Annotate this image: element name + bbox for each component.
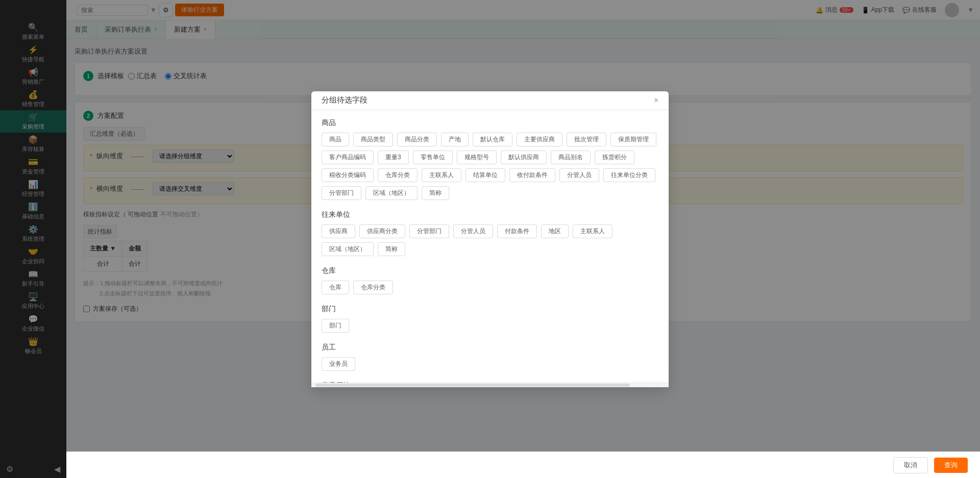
field-tag-goods-type[interactable]: 商品类型: [353, 133, 393, 146]
field-section-dept-title: 部门: [322, 305, 658, 314]
field-tag-main-contact2[interactable]: 主联系人: [573, 224, 612, 238]
field-tag-area[interactable]: 地区: [541, 224, 569, 238]
field-tag-region1[interactable]: 区域（地区）: [365, 186, 418, 200]
field-tag-default-warehouse[interactable]: 默认仓库: [473, 133, 512, 146]
field-tag-warehouse[interactable]: 仓库: [322, 281, 349, 294]
field-select-modal: 分组待选字段 × 商品 商品 商品类型 商品分类 产地 默认仓库 主要供应商 批…: [311, 91, 669, 387]
field-tag-payment-cond[interactable]: 付款条件: [497, 224, 537, 238]
field-tag-supplier-category[interactable]: 供应商分类: [359, 224, 405, 238]
field-section-partner-title: 往来单位: [322, 210, 658, 219]
field-section-warehouse: 仓库 仓库 仓库分类: [322, 266, 658, 294]
field-tags-partner: 供应商 供应商分类 分管部门 分管人员 付款条件 地区 主联系人 区域（地区） …: [322, 224, 658, 256]
field-tag-salesperson[interactable]: 业务员: [322, 357, 355, 371]
field-tag-dept[interactable]: 部门: [322, 319, 349, 333]
field-tags-employee: 业务员: [322, 357, 658, 371]
field-tags-goods: 商品 商品类型 商品分类 产地 默认仓库 主要供应商 批次管理 保质期管理 客户…: [322, 133, 658, 200]
field-tags-warehouse: 仓库 仓库分类: [322, 281, 658, 294]
field-tag-dept-mgmt[interactable]: 分管部门: [322, 186, 361, 200]
field-tag-shelf-life[interactable]: 保质期管理: [610, 133, 656, 146]
field-tag-warehouse-category[interactable]: 仓库分类: [378, 168, 418, 182]
field-tag-supplier[interactable]: 供应商: [322, 224, 355, 238]
field-tag-weight3[interactable]: 重量3: [378, 150, 409, 164]
field-tag-batch-mgmt[interactable]: 批次管理: [567, 133, 606, 146]
field-tag-manager2[interactable]: 分管人员: [453, 224, 493, 238]
field-tag-tax-code[interactable]: 税收分类编码: [322, 168, 374, 182]
field-tag-goods-alias[interactable]: 商品别名: [551, 150, 591, 164]
field-tags-dept: 部门: [322, 319, 658, 333]
field-tag-manager[interactable]: 分管人员: [559, 168, 599, 182]
field-tag-dept-mgmt2[interactable]: 分管部门: [409, 224, 449, 238]
field-section-goods-title: 商品: [322, 118, 658, 128]
field-section-employee: 员工 业务员: [322, 343, 658, 371]
field-tag-warehouse-cat[interactable]: 仓库分类: [353, 281, 393, 294]
field-tag-abbr1[interactable]: 简称: [422, 186, 449, 200]
modal-close-button[interactable]: ×: [654, 96, 658, 105]
modal-horizontal-scrollbar[interactable]: [311, 383, 669, 387]
field-tag-goods[interactable]: 商品: [322, 133, 349, 146]
modal-title: 分组待选字段: [322, 95, 368, 105]
field-tag-partner-category[interactable]: 往来单位分类: [603, 168, 655, 182]
field-tag-customer-code[interactable]: 客户商品编码: [322, 150, 374, 164]
field-tag-region2[interactable]: 区域（地区）: [322, 242, 374, 256]
field-tag-abbr2[interactable]: 简称: [378, 242, 405, 256]
bottom-bar: 取消 查询: [66, 451, 980, 478]
field-tag-default-supplier[interactable]: 默认供应商: [501, 150, 547, 164]
field-section-goods: 商品 商品 商品类型 商品分类 产地 默认仓库 主要供应商 批次管理 保质期管理…: [322, 118, 658, 200]
field-tag-settlement-unit[interactable]: 结算单位: [465, 168, 505, 182]
field-section-employee-title: 员工: [322, 343, 658, 352]
field-tag-main-supplier[interactable]: 主要供应商: [517, 133, 562, 146]
modal-body: 商品 商品 商品类型 商品分类 产地 默认仓库 主要供应商 批次管理 保质期管理…: [311, 110, 669, 383]
field-section-partner: 往来单位 供应商 供应商分类 分管部门 分管人员 付款条件 地区 主联系人 区域…: [322, 210, 658, 256]
confirm-button[interactable]: 查询: [934, 458, 968, 473]
modal-overlay: 分组待选字段 × 商品 商品 商品类型 商品分类 产地 默认仓库 主要供应商 批…: [0, 0, 980, 478]
field-tag-payment-terms[interactable]: 收付款条件: [509, 168, 555, 182]
field-tag-main-contact[interactable]: 主联系人: [422, 168, 461, 182]
field-section-dept: 部门 部门: [322, 305, 658, 333]
field-section-warehouse-title: 仓库: [322, 266, 658, 275]
field-tag-goods-category[interactable]: 商品分类: [397, 133, 437, 146]
cancel-button[interactable]: 取消: [893, 457, 928, 473]
field-tag-retail-unit[interactable]: 零售单位: [413, 150, 453, 164]
scrollbar-track: [315, 384, 630, 387]
modal-header: 分组待选字段 ×: [311, 91, 669, 111]
field-tag-origin[interactable]: 产地: [441, 133, 469, 146]
field-tag-spec-model[interactable]: 规格型号: [457, 150, 497, 164]
field-tag-pick-points[interactable]: 拣货积分: [595, 150, 634, 164]
